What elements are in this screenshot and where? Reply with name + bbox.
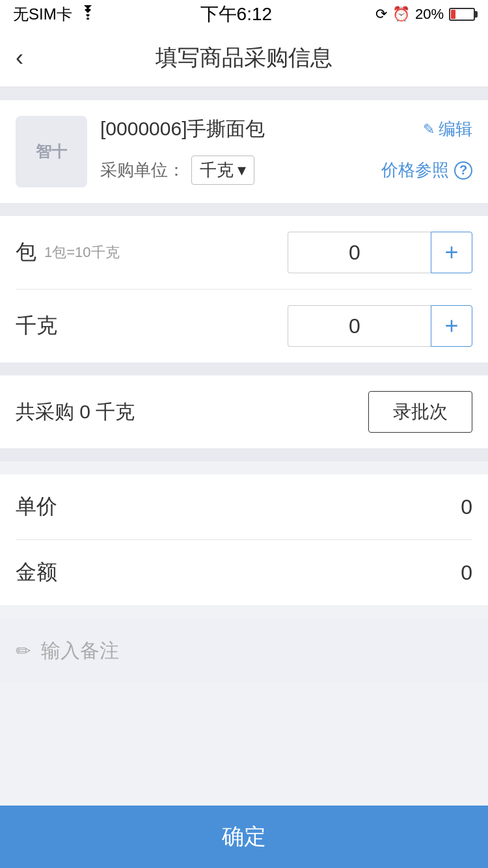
price-ref-button[interactable]: 价格参照 ? xyxy=(381,159,472,182)
pencil-icon: ✏ xyxy=(16,640,31,662)
confirm-button[interactable]: 确定 xyxy=(0,806,488,868)
unit-price-row: 单价 0 xyxy=(0,474,488,539)
unit-selector: 采购单位： 千克 ▾ xyxy=(100,156,254,185)
bag-quantity-input[interactable] xyxy=(288,232,431,273)
svg-point-0 xyxy=(87,18,89,20)
nav-header: ‹ 填写商品采购信息 xyxy=(0,29,488,87)
product-name-row: [0000006]手撕面包 ✎ 编辑 xyxy=(100,116,472,142)
carrier-text: 无SIM卡 xyxy=(13,4,72,25)
batch-button[interactable]: 录批次 xyxy=(368,391,472,433)
status-time: 下午6:12 xyxy=(200,2,273,27)
edit-button[interactable]: ✎ 编辑 xyxy=(423,118,472,141)
alarm-icon: ⏰ xyxy=(392,6,410,23)
bag-sub-label: 1包=10千克 xyxy=(44,243,120,262)
product-info: [0000006]手撕面包 ✎ 编辑 采购单位： 千克 ▾ 价格参照 ? xyxy=(100,116,472,185)
product-name: [0000006]手撕面包 xyxy=(100,116,265,142)
edit-icon: ✎ xyxy=(423,121,435,138)
status-right: ⟳ ⏰ 20% xyxy=(375,6,475,23)
kg-label: 千克 xyxy=(16,312,57,340)
total-label: 共采购 0 千克 xyxy=(16,399,135,426)
bag-label: 包 1包=10千克 xyxy=(16,238,120,267)
unit-price-label: 单价 xyxy=(16,493,57,521)
amount-value: 0 xyxy=(461,561,472,585)
help-icon: ? xyxy=(454,161,472,180)
wifi-icon xyxy=(79,5,97,23)
bag-plus-button[interactable]: + xyxy=(431,232,472,273)
top-divider xyxy=(0,87,488,100)
battery-pct: 20% xyxy=(415,6,444,23)
mid-divider-3 xyxy=(0,448,488,461)
unit-select-btn[interactable]: 千克 ▾ xyxy=(191,156,254,185)
mid-divider-2 xyxy=(0,362,488,375)
status-left: 无SIM卡 xyxy=(13,4,97,25)
amount-label: 金额 xyxy=(16,558,57,587)
location-icon: ⟳ xyxy=(375,6,387,23)
product-card: 智十 [0000006]手撕面包 ✎ 编辑 采购单位： 千克 ▾ 价格参照 ? xyxy=(0,100,488,203)
unit-label: 采购单位： xyxy=(100,159,185,182)
unit-price-value: 0 xyxy=(461,495,472,519)
info-section: 单价 0 金额 0 xyxy=(0,474,488,605)
chevron-down-icon: ▾ xyxy=(237,160,246,180)
battery-icon xyxy=(449,8,475,21)
status-bar: 无SIM卡 下午6:12 ⟳ ⏰ 20% xyxy=(0,0,488,29)
kg-plus-button[interactable]: + xyxy=(431,305,472,347)
bag-input-group: + xyxy=(288,232,472,273)
amount-row: 金额 0 xyxy=(0,540,488,605)
product-unit-row: 采购单位： 千克 ▾ 价格参照 ? xyxy=(100,156,472,185)
mid-divider-1 xyxy=(0,203,488,216)
input-section: 包 1包=10千克 + 千克 + xyxy=(0,216,488,362)
note-placeholder-text: 输入备注 xyxy=(41,638,119,664)
note-section[interactable]: ✏ 输入备注 xyxy=(0,618,488,683)
product-image: 智十 xyxy=(16,116,87,187)
kg-input-group: + xyxy=(288,305,472,347)
back-button[interactable]: ‹ xyxy=(16,44,23,72)
bag-input-row: 包 1包=10千克 + xyxy=(0,216,488,289)
total-section: 共采购 0 千克 录批次 xyxy=(0,375,488,448)
kg-quantity-input[interactable] xyxy=(288,305,431,347)
kg-input-row: 千克 + xyxy=(0,290,488,362)
page-title: 填写商品采购信息 xyxy=(156,43,332,73)
